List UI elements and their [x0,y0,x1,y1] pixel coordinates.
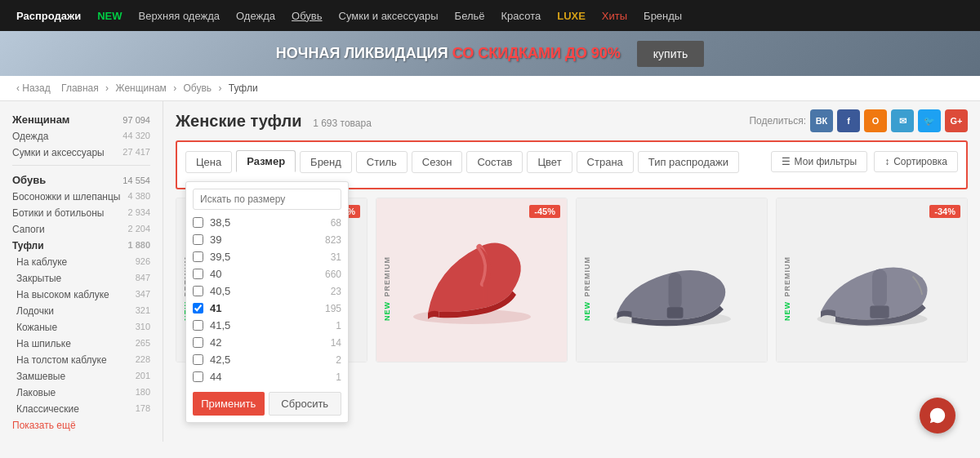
share-gplus[interactable]: G+ [945,109,968,132]
product-label-premium-2: PREMIUM [383,256,391,297]
product-badge-2: -45% [529,205,560,218]
size-checkbox-44[interactable] [193,371,203,382]
sidebar-item-high-heel[interactable]: На высоком каблуке 347 [16,287,150,303]
product-image-3 [577,198,767,362]
size-list: 38,5 68 39 823 39,5 31 [193,214,341,385]
sidebar-item-suede[interactable]: Замшевые 201 [16,368,150,385]
sidebar-item-chunky[interactable]: На толстом каблуке 228 [16,352,150,368]
sidebar-item-booties[interactable]: Ботики и ботильоны 2 934 [12,205,150,221]
nav-new[interactable]: NEW [97,10,122,22]
size-item-40[interactable]: 40 660 [193,265,341,282]
main-layout: Женщинам 97 094 Одежда 44 320 Сумки и ак… [0,101,980,442]
filter-tab-country[interactable]: Страна [577,151,634,173]
my-filters-button[interactable]: ☰ Мои фильтры [771,151,868,172]
nav-beauty[interactable]: Красота [501,10,541,22]
sidebar-section-women: Женщинам 97 094 [12,109,150,128]
size-search-input[interactable] [193,189,341,210]
filter-tab-row: Цена Размер Бренд Стиль Сезон Состав Цве… [185,150,958,173]
product-image-2 [376,198,567,362]
size-checkbox-42[interactable] [193,337,203,348]
sidebar: Женщинам 97 094 Одежда 44 320 Сумки и ак… [0,101,163,442]
sidebar-item-clothing[interactable]: Одежда 44 320 [12,128,150,145]
size-item-415[interactable]: 41,5 1 [193,317,341,334]
size-checkbox-415[interactable] [193,320,203,331]
filter-tab-composition[interactable]: Состав [466,151,523,173]
banner-buy-button[interactable]: купить [637,41,704,67]
filter-tab-price[interactable]: Цена [185,151,232,173]
product-card-3[interactable]: PREMIUM NEW [576,198,768,362]
filter-tab-color[interactable]: Цвет [527,151,572,173]
sort-icon: ↕ [884,156,889,167]
sidebar-item-leather[interactable]: Кожаные 310 [16,319,150,336]
sidebar-item-closed[interactable]: Закрытые 847 [16,270,150,287]
share-vk[interactable]: ВК [810,109,833,132]
filter-tab-sale-type[interactable]: Тип распродажи [638,151,739,173]
sidebar-item-pumps[interactable]: Лодочки 321 [16,303,150,319]
filter-tab-style[interactable]: Стиль [356,151,408,173]
product-card-2[interactable]: -45% PREMIUM NEW [376,198,568,362]
product-badge-4: -34% [929,205,960,218]
page-title: Женские туфли [176,112,302,130]
nav-hits[interactable]: Хиты [602,10,627,22]
product-card-4[interactable]: -34% PREMIUM NEW [776,198,968,362]
size-checkbox-40[interactable] [193,269,203,279]
item-count: 1 693 товара [313,118,372,129]
size-item-41[interactable]: 41 195 [193,300,341,317]
product-label-new-2: NEW [383,301,391,321]
nav-lingerie[interactable]: Бельё [455,10,485,22]
product-label-premium-3: PREMIUM [583,256,591,297]
sidebar-item-bags[interactable]: Сумки и аксессуары 27 417 [12,145,150,161]
size-checkbox-385[interactable] [193,217,203,228]
size-item-44[interactable]: 44 1 [193,368,341,385]
size-checkbox-425[interactable] [193,354,203,365]
apply-button[interactable]: Применить [193,392,265,416]
nav-sale[interactable]: Распродажи [16,10,81,22]
chat-fab[interactable] [920,398,956,434]
filter-tab-brand[interactable]: Бренд [300,151,352,173]
sidebar-item-classic[interactable]: Классические 178 [16,401,150,417]
reset-button[interactable]: Сбросить [269,392,342,416]
filter-tab-season[interactable]: Сезон [412,151,463,173]
nav-brands[interactable]: Бренды [644,10,682,22]
size-checkbox-395[interactable] [193,251,203,262]
sidebar-item-sandals[interactable]: Босоножки и шлепанцы 4 380 [12,189,150,205]
sidebar-item-patent[interactable]: Лаковые 180 [16,385,150,401]
breadcrumb-home[interactable]: Главная [61,82,99,94]
share-twitter[interactable]: 🐦 [918,109,941,132]
size-item-42[interactable]: 42 14 [193,334,341,351]
size-dropdown: 38,5 68 39 823 39,5 31 [185,181,349,423]
svg-rect-3 [668,273,681,309]
share-odnoklassniki[interactable]: О [864,109,887,132]
breadcrumb-shoes[interactable]: Обувь [184,82,212,94]
promo-banner: НОЧНАЯ ЛИКВИДАЦИЯ СО СКИДКАМИ ДО 90% куп… [0,31,980,76]
sidebar-show-more[interactable]: Показать ещё [12,417,150,434]
nav-outerwear[interactable]: Верхняя одежда [139,10,220,22]
nav-luxe[interactable]: LUXE [557,10,586,22]
size-item-39[interactable]: 39 823 [193,231,341,248]
size-checkbox-405[interactable] [193,286,203,296]
breadcrumb-women[interactable]: Женщинам [115,82,166,94]
filter-tools: ☰ Мои фильтры ↕ Сортировка [771,151,958,172]
sidebar-item-stiletto[interactable]: На шпильке 265 [16,336,150,352]
size-item-395[interactable]: 39,5 31 [193,248,341,265]
nav-shoes[interactable]: Обувь [292,10,322,22]
size-checkbox-41[interactable] [193,303,203,313]
breadcrumb-back[interactable]: ‹ Назад [16,82,51,94]
size-actions: Применить Сбросить [193,392,341,416]
size-item-405[interactable]: 40,5 23 [193,282,341,300]
size-item-425[interactable]: 42,5 2 [193,351,341,368]
nav-clothing[interactable]: Одежда [236,10,275,22]
share-email[interactable]: ✉ [891,109,914,132]
filter-tab-size[interactable]: Размер [236,150,296,173]
share-label: Поделиться: [749,115,806,127]
sidebar-item-heels[interactable]: Туфли 1 880 [12,238,150,254]
sidebar-item-heeled[interactable]: На каблуке 926 [16,254,150,270]
share-facebook[interactable]: f [837,109,860,132]
nav-bags[interactable]: Сумки и аксессуары [339,10,439,22]
sort-button[interactable]: ↕ Сортировка [874,151,958,172]
sidebar-item-boots[interactable]: Сапоги 2 204 [12,221,150,238]
page-title-group: Женские туфли 1 693 товара [176,112,372,131]
size-item-385[interactable]: 38,5 68 [193,214,341,231]
size-checkbox-39[interactable] [193,234,203,245]
page-title-row: Женские туфли 1 693 товара Поделиться: В… [176,109,968,132]
